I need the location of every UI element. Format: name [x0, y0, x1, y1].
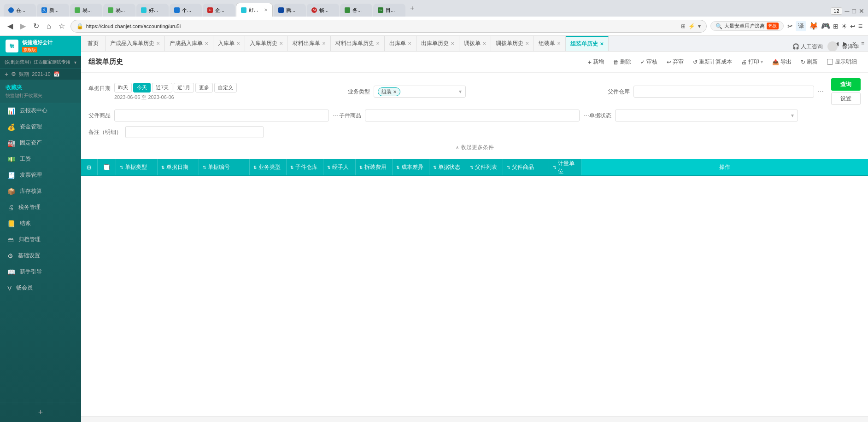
browser-tab-12[interactable]: S 目... — [373, 4, 405, 17]
browser-tab-6[interactable]: 个... — [170, 4, 202, 17]
th-checkbox[interactable] — [98, 159, 116, 175]
recalculate-btn[interactable]: ↺ 重新计算成本 — [689, 56, 736, 68]
nav-tab-2-close[interactable]: ✕ — [205, 41, 208, 46]
child-goods-dots[interactable]: ··· — [583, 111, 589, 120]
nav-tab-11[interactable]: 组装单 ✕ — [534, 36, 566, 51]
nav-tab-1[interactable]: 产成品入库单历史 ✕ — [106, 36, 165, 51]
back-btn[interactable]: ◀ — [6, 20, 15, 32]
search-area[interactable]: 🔍 大量安卓用户逃离 热搜 — [710, 21, 784, 31]
nav-tab-5-close[interactable]: ✕ — [322, 41, 326, 46]
parent-goods-dots[interactable]: ··· — [333, 111, 339, 120]
sidebar-item-fund[interactable]: 💰 资金管理 — [0, 119, 81, 135]
select-all-checkbox[interactable] — [104, 164, 110, 170]
sidebar-item-invoice[interactable]: 🧾 发票管理 — [0, 167, 81, 183]
nav-tab-9-close[interactable]: ✕ — [482, 41, 486, 46]
extension-icon[interactable]: ⚡ — [688, 23, 695, 29]
sidebar-item-settings[interactable]: ⚙ 基础设置 — [0, 248, 81, 264]
reload-btn[interactable]: ↻ — [31, 20, 41, 32]
th-business-type[interactable]: ⇅ 业务类型 — [250, 159, 287, 175]
nav-tab-8[interactable]: 出库单历史 ✕ — [416, 36, 459, 51]
business-type-input-area[interactable]: 组装 ✕ ▾ — [374, 86, 466, 98]
business-type-dropdown-icon[interactable]: ▾ — [459, 88, 462, 95]
sidebar-item-tax[interactable]: 🖨 税务管理 — [0, 199, 81, 215]
order-status-select[interactable]: ▾ — [615, 110, 798, 121]
more-date-btn[interactable]: 更多 — [195, 83, 213, 92]
minimize-btn[interactable]: ─ — [845, 7, 850, 15]
nav-tab-4[interactable]: 入库单历史 ✕ — [245, 36, 288, 51]
grid-icon[interactable]: ⊞ — [833, 23, 839, 30]
forward-btn[interactable]: ▶ — [18, 20, 28, 32]
th-parent-list[interactable]: ⇅ 父件列表 — [466, 159, 503, 175]
sidebar-item-salary[interactable]: 💵 工资 — [0, 151, 81, 167]
delete-btn[interactable]: 🗑 删除 — [610, 56, 635, 68]
query-btn[interactable]: 查询 — [831, 78, 861, 91]
menu-icon[interactable]: ≡ — [858, 22, 862, 30]
nav-tab-5[interactable]: 材料出库单 ✕ — [288, 36, 331, 51]
nav-tab-6-close[interactable]: ✕ — [376, 41, 380, 46]
sidebar-item-vip[interactable]: V 畅会员 — [0, 280, 81, 296]
game-icon[interactable]: 🎮 — [821, 22, 830, 30]
nav-tab-1-close[interactable]: ✕ — [156, 41, 160, 46]
nav-tab-8-close[interactable]: ✕ — [451, 41, 454, 46]
th-parent-goods[interactable]: ⇅ 父件商品 — [503, 159, 549, 175]
th-cost-diff[interactable]: ⇅ 成本差异 — [393, 159, 429, 175]
browser-tab-5[interactable]: 好... — [136, 4, 169, 17]
sidebar-item-inventory[interactable]: 📦 库存核算 — [0, 183, 81, 199]
period-selector[interactable]: + ⚙ 账期 2021-10 📅 — [0, 69, 81, 80]
th-unit[interactable]: ⇅ 计量单位 — [549, 159, 581, 175]
nav-tab-4-close[interactable]: ✕ — [279, 41, 283, 46]
th-order-status[interactable]: ⇅ 单据状态 — [429, 159, 466, 175]
week7-btn[interactable]: 近7天 — [152, 83, 172, 92]
browser-tab-8-active[interactable]: 好... ✕ — [236, 3, 273, 17]
company-dropdown-icon[interactable]: ▾ — [74, 60, 76, 65]
nav-tab-6[interactable]: 材料出库单历史 ✕ — [331, 36, 385, 51]
th-order-date[interactable]: ⇅ 单据日期 — [158, 159, 199, 175]
qr-icon[interactable]: ⊞ — [681, 23, 686, 29]
browser-tab-9[interactable]: 腾... — [274, 4, 306, 17]
browser-tab-2[interactable]: 文 新... — [37, 4, 69, 17]
th-gear[interactable]: ⚙ — [81, 159, 98, 175]
nav-tab-3-close[interactable]: ✕ — [236, 41, 240, 46]
nav-tab-9[interactable]: 调拨单 ✕ — [459, 36, 491, 51]
calendar-icon[interactable]: 📅 — [53, 71, 60, 77]
nav-tab-home[interactable]: 首页 — [81, 36, 106, 51]
th-order-number[interactable]: ⇅ 单据编号 — [199, 159, 250, 175]
add-btn[interactable]: + 新增 — [584, 56, 608, 68]
company-selector[interactable]: (勿删勿禁用）江西服宝测试专用 ▾ — [0, 56, 81, 69]
add-company-icon[interactable]: + — [5, 70, 8, 78]
parent-goods-input[interactable] — [114, 110, 329, 121]
show-detail-checkbox-area[interactable]: 显示明细 — [823, 56, 861, 68]
setting-btn[interactable]: 设置 — [831, 92, 861, 105]
emoji-icon[interactable]: 🦊 — [809, 22, 818, 30]
parent-warehouse-dots[interactable]: ··· — [818, 87, 824, 96]
bookmark-btn[interactable]: ☆ — [57, 20, 67, 32]
customer-service-link[interactable]: 🎧 人工咨询 — [792, 43, 823, 51]
nav-tab-10-close[interactable]: ✕ — [525, 41, 529, 46]
home-btn[interactable]: ⌂ — [45, 20, 53, 32]
sidebar-item-close-account[interactable]: 📒 结账 — [0, 215, 81, 231]
browser-tab-3[interactable]: 易... — [70, 4, 102, 17]
child-goods-input[interactable] — [365, 110, 580, 121]
scrollbar-area[interactable] — [81, 416, 868, 422]
yesterday-btn[interactable]: 昨天 — [114, 83, 132, 92]
show-detail-checkbox[interactable] — [827, 59, 833, 65]
today-btn[interactable]: 今天 — [133, 83, 151, 92]
theme-icon[interactable]: ☀ — [841, 23, 847, 30]
nav-tab-7-close[interactable]: ✕ — [408, 41, 411, 46]
sidebar-item-cloud-report[interactable]: 📊 云报表中心 — [0, 103, 81, 119]
parent-warehouse-input[interactable] — [633, 86, 814, 98]
tab-8-close[interactable]: ✕ — [264, 7, 268, 12]
sidebar-item-fixed-assets[interactable]: 🏭 固定资产 — [0, 135, 81, 151]
nav-tab-3[interactable]: 入库单 ✕ — [213, 36, 245, 51]
translate-icon[interactable]: 译 — [796, 21, 806, 31]
print-dropdown-icon[interactable]: ▾ — [761, 59, 763, 64]
nav-tab-11-close[interactable]: ✕ — [557, 41, 561, 46]
dropdown-icon[interactable]: ▾ — [698, 23, 701, 29]
refresh-btn[interactable]: ↻ 刷新 — [797, 56, 821, 68]
nav-more-icon[interactable]: ≡ — [859, 40, 866, 48]
new-tab-btn[interactable]: + — [406, 4, 418, 12]
th-order-type[interactable]: ⇅ 单据类型 — [116, 159, 158, 175]
nav-tab-2[interactable]: 产成品入库单 ✕ — [165, 36, 213, 51]
custom-date-btn[interactable]: 自定义 — [214, 83, 237, 92]
collapse-btn[interactable]: ∧ 收起更多条件 — [88, 142, 861, 153]
